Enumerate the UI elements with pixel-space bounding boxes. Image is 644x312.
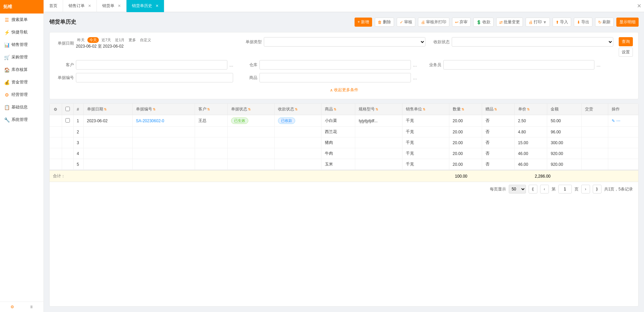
collapse-more-btn[interactable]: ∧ 收起更多条件 bbox=[55, 86, 633, 94]
sidebar-item-purchase-mgmt[interactable]: 🛒 采购管理 bbox=[0, 51, 44, 63]
row-doc-number-link[interactable]: SA-20230602-0 bbox=[136, 119, 164, 123]
spec-col-header[interactable]: 规格型号 ⇅ bbox=[355, 104, 402, 115]
doc-type-select[interactable] bbox=[264, 37, 425, 47]
doc-number-input[interactable] bbox=[76, 73, 233, 82]
more-action-btn[interactable]: ⋯ bbox=[616, 119, 620, 123]
doc-number-col-header[interactable]: 单据编号 ⇅ bbox=[132, 104, 195, 115]
sidebar-item-quick-nav[interactable]: ⚡ 快捷导航 bbox=[0, 26, 44, 38]
page-number-input[interactable] bbox=[558, 185, 572, 193]
spec-sort-icon: ⇅ bbox=[375, 107, 378, 111]
date-today[interactable]: 今天 bbox=[87, 37, 99, 43]
sidebar-item-finance-mgmt[interactable]: 💰 资金管理 bbox=[0, 76, 44, 88]
date-1month[interactable]: 近1月 bbox=[114, 37, 126, 43]
date-more[interactable]: 更多 bbox=[127, 37, 137, 43]
gift-col-header[interactable]: 赠品 ⇅ bbox=[482, 104, 514, 115]
filter-date-field: 单据日期 昨天 今天 近7天 近1月 更多 自定义 2023-06-02 至 2… bbox=[55, 37, 237, 49]
date-yesterday[interactable]: 昨天 bbox=[76, 37, 86, 43]
customer-input[interactable] bbox=[76, 60, 227, 70]
collect-status-select[interactable] bbox=[452, 37, 613, 47]
tab-sales-goods[interactable]: 销货单 ✕ bbox=[97, 0, 127, 12]
tab-home[interactable]: 首页 bbox=[44, 0, 63, 12]
batch-change-button[interactable]: ⇄ 批量变更 bbox=[496, 18, 523, 27]
date-range[interactable]: 2023-06-02 至 2023-06-02 bbox=[76, 44, 237, 49]
edit-action-btn[interactable]: ✎ bbox=[612, 119, 615, 123]
collect-status-col-header[interactable]: 收款状态 ⇅ bbox=[274, 104, 321, 115]
date-7days[interactable]: 近7天 bbox=[100, 37, 112, 43]
tab-sales-order-close[interactable]: ✕ bbox=[88, 4, 91, 8]
page-first-btn[interactable]: ⟪ bbox=[529, 185, 537, 193]
sidebar-item-sales-mgmt[interactable]: 📊 销售管理 bbox=[0, 38, 44, 51]
goods-col-header[interactable]: 商品 ⇅ bbox=[321, 104, 355, 115]
salesperson-input[interactable] bbox=[443, 60, 595, 70]
table-header-row: ⚙ # 单据日期 ⇅ bbox=[50, 104, 638, 115]
sidebar-item-label: 基础信息 bbox=[11, 104, 28, 110]
show-detail-button[interactable]: 显示明细 bbox=[616, 18, 639, 27]
new-button[interactable]: + 新增 bbox=[355, 18, 372, 27]
row-customer bbox=[195, 148, 227, 159]
sidebar-item-system-mgmt[interactable]: 🔧 系统管理 bbox=[0, 113, 44, 126]
date-custom[interactable]: 自定义 bbox=[139, 37, 152, 43]
tab-sales-order[interactable]: 销售订单 ✕ bbox=[63, 0, 97, 12]
row-seq: 3 bbox=[73, 137, 83, 148]
page-prev-btn[interactable]: ‹ bbox=[540, 185, 549, 193]
qty-col-label: 数量 bbox=[453, 106, 461, 112]
row-customer bbox=[195, 127, 227, 137]
query-button[interactable]: 查询 bbox=[619, 37, 633, 46]
refresh-button[interactable]: ↻ 刷新 bbox=[595, 18, 614, 27]
tab-sales-goods-close[interactable]: ✕ bbox=[118, 4, 121, 8]
export-button[interactable]: ⬇ 导出 bbox=[574, 18, 592, 27]
abandon-icon: ↩ bbox=[455, 20, 458, 25]
page-next-btn[interactable]: › bbox=[581, 185, 590, 193]
delete-button[interactable]: 🗑 删除 bbox=[375, 18, 394, 27]
row-checkbox[interactable] bbox=[65, 118, 70, 123]
goods-input[interactable] bbox=[259, 73, 411, 82]
footer-total-amount: 2,286.00 bbox=[535, 174, 551, 179]
tab-sales-history-close[interactable]: ✕ bbox=[156, 4, 159, 8]
warehouse-picker-icon[interactable]: ... bbox=[413, 62, 417, 68]
setting-button[interactable]: 设置 bbox=[619, 48, 633, 57]
unit-col-header[interactable]: 销售单位 ⇅ bbox=[402, 104, 449, 115]
doc-date-col-header[interactable]: 单据日期 ⇅ bbox=[83, 104, 132, 115]
goods-picker-icon[interactable]: ... bbox=[413, 75, 417, 80]
filter-row-3: 单据编号 商品 ... bbox=[55, 73, 633, 82]
page-last-btn[interactable]: ⟫ bbox=[593, 185, 601, 193]
refresh-icon: ↻ bbox=[598, 20, 601, 25]
sidebar-item-search-menu[interactable]: ☰ 搜索菜单 bbox=[0, 14, 44, 26]
audit-print-button[interactable]: 🖨 审核并打印 bbox=[418, 18, 449, 27]
abandon-button[interactable]: ↩ 弃审 bbox=[452, 18, 471, 27]
tab-bar-close[interactable]: ✕ bbox=[637, 3, 644, 9]
collect-button[interactable]: 💲 收款 bbox=[473, 18, 494, 27]
table-settings-icon[interactable]: ⚙ bbox=[54, 107, 57, 112]
tab-sales-history[interactable]: 销货单历史 ✕ bbox=[127, 0, 164, 12]
print-button[interactable]: 🖨 打印 ▼ bbox=[526, 18, 550, 27]
doc-status-col-header[interactable]: 单据状态 ⇅ bbox=[227, 104, 274, 115]
per-page-select[interactable]: 50 100 200 bbox=[509, 185, 526, 193]
audit-icon: ✓ bbox=[400, 20, 403, 25]
audit-button[interactable]: ✓ 审核 bbox=[397, 18, 415, 27]
settings-col-header[interactable]: ⚙ bbox=[50, 104, 62, 115]
sidebar-item-inventory[interactable]: 🏠 库存核算 bbox=[0, 63, 44, 76]
row-spec: tyjytjytjdf... bbox=[355, 115, 402, 127]
warehouse-input[interactable] bbox=[259, 60, 411, 70]
row-doc-number: SA-20230602-0 bbox=[132, 115, 195, 127]
price-col-header[interactable]: 单价 ⇅ bbox=[514, 104, 547, 115]
customer-picker-icon[interactable]: ... bbox=[229, 62, 233, 68]
customer-col-header[interactable]: 客户 ⇅ bbox=[195, 104, 227, 115]
gift-sort-icon: ⇅ bbox=[494, 107, 497, 111]
sidebar-collapse-icon[interactable]: ⏸ bbox=[29, 305, 33, 309]
salesperson-picker-icon[interactable]: ... bbox=[596, 62, 600, 68]
goods-label: 商品 bbox=[239, 75, 257, 81]
import-button[interactable]: ⬆ 导入 bbox=[553, 18, 571, 27]
sidebar-item-operation-mgmt[interactable]: ⚙ 经营管理 bbox=[0, 88, 44, 101]
row-transaction bbox=[582, 137, 608, 148]
sidebar-item-basic-info[interactable]: 📋 基础信息 bbox=[0, 101, 44, 113]
export-icon: ⬇ bbox=[577, 20, 580, 25]
select-all-checkbox[interactable] bbox=[65, 107, 70, 111]
collect-status-sort-icon: ⇅ bbox=[295, 107, 298, 111]
show-detail-button-label: 显示明细 bbox=[619, 19, 636, 25]
row-doc-number bbox=[132, 127, 195, 137]
qty-col-header[interactable]: 数量 ⇅ bbox=[449, 104, 482, 115]
page-label-prefix: 第 bbox=[552, 186, 556, 192]
filter-card: 单据日期 昨天 今天 近7天 近1月 更多 自定义 2023-06-02 至 2… bbox=[49, 32, 639, 99]
sidebar-settings-icon[interactable]: ⚙ bbox=[10, 305, 14, 309]
